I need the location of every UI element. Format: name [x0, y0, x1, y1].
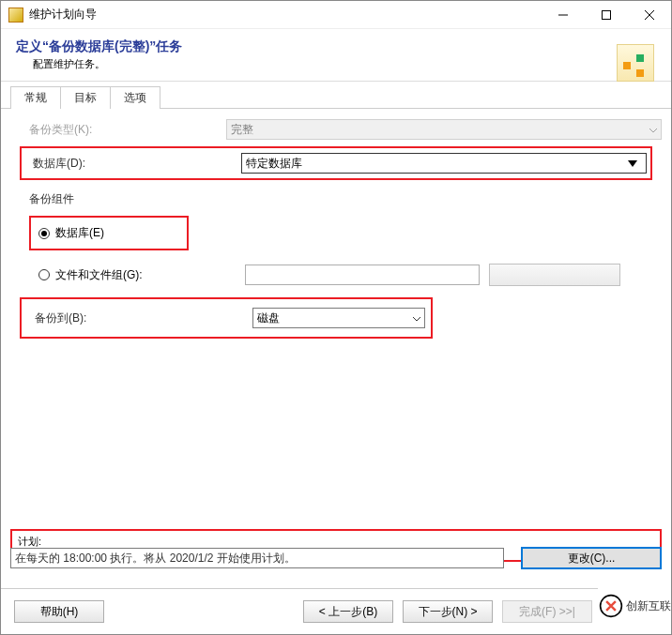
- chevron-down-icon: [413, 311, 420, 325]
- chevron-down-icon: [623, 155, 642, 172]
- backup-to-dropdown[interactable]: 磁盘: [252, 308, 425, 328]
- maximize-button[interactable]: [585, 1, 628, 28]
- tab-options[interactable]: 选项: [110, 86, 160, 109]
- help-button[interactable]: 帮助(H): [14, 600, 104, 623]
- chevron-down-icon: [649, 123, 657, 136]
- back-button[interactable]: < 上一步(B): [303, 600, 393, 623]
- change-schedule-button[interactable]: 更改(C)...: [521, 547, 662, 569]
- tab-general[interactable]: 常规: [10, 86, 61, 109]
- finish-button: 完成(F) >>|: [502, 600, 592, 623]
- close-button[interactable]: [628, 1, 671, 28]
- schedule-section: 在每天的 18:00:00 执行。将从 2020/1/2 开始使用计划。 更改(…: [1, 567, 671, 588]
- backup-to-label: 备份到(B):: [27, 310, 252, 326]
- watermark: 创新互联: [598, 583, 671, 628]
- databases-value: 特定数据库: [246, 156, 302, 172]
- backup-to-highlight: 备份到(B): 磁盘: [20, 297, 433, 339]
- radio-database-label: 数据库(E): [55, 225, 104, 241]
- radio-icon: [38, 228, 50, 239]
- backup-type-label: 备份类型(K):: [10, 122, 226, 138]
- schedule-text: 在每天的 18:00:00 执行。将从 2020/1/2 开始使用计划。: [10, 548, 504, 568]
- radio-files[interactable]: 文件和文件组(G):: [10, 267, 245, 283]
- next-button[interactable]: 下一步(N) >: [403, 600, 493, 623]
- databases-dropdown[interactable]: 特定数据库: [241, 153, 647, 174]
- wizard-header: 定义“备份数据库(完整)”任务 配置维护任务。: [1, 29, 671, 82]
- window-controls: [542, 1, 671, 28]
- tab-content: 备份类型(K): 完整 数据库(D): 特定数据库 备份组件 数据库(E) 文件…: [1, 109, 671, 529]
- page-title: 定义“备份数据库(完整)”任务: [16, 38, 656, 55]
- backup-type-value: 完整: [231, 122, 253, 138]
- titlebar: 维护计划向导: [1, 1, 671, 29]
- files-browse-button: [489, 264, 620, 286]
- database-radio-highlight: 数据库(E): [29, 216, 189, 250]
- page-subtitle: 配置维护任务。: [33, 57, 656, 71]
- radio-database[interactable]: 数据库(E): [38, 225, 179, 241]
- backup-type-dropdown: 完整: [226, 119, 662, 140]
- window-title: 维护计划向导: [29, 7, 542, 23]
- files-input: [245, 265, 480, 285]
- tab-destination[interactable]: 目标: [60, 86, 111, 109]
- tab-strip: 常规 目标 选项: [1, 85, 671, 109]
- button-bar: 帮助(H) < 上一步(B) 下一步(N) > 完成(F) >>| 取消: [1, 588, 671, 634]
- minimize-button[interactable]: [542, 1, 585, 28]
- radio-icon: [38, 269, 50, 280]
- watermark-icon: [598, 593, 624, 619]
- svg-rect-1: [603, 10, 611, 19]
- backup-component-label: 备份组件: [10, 191, 226, 207]
- app-icon: [8, 8, 23, 23]
- wizard-icon: [617, 44, 654, 82]
- databases-highlight: 数据库(D): 特定数据库: [20, 146, 652, 180]
- backup-type-row: 备份类型(K): 完整: [10, 118, 662, 141]
- databases-label: 数据库(D):: [25, 156, 241, 172]
- backup-to-value: 磁盘: [257, 310, 280, 326]
- radio-files-label: 文件和文件组(G):: [55, 267, 143, 283]
